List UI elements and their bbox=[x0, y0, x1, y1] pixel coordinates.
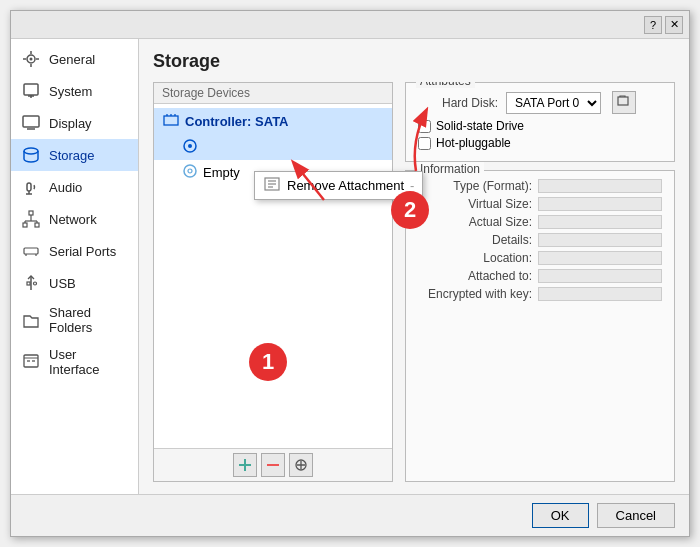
hard-disk-browse-button[interactable] bbox=[612, 91, 636, 114]
svg-point-30 bbox=[34, 282, 37, 285]
add-attachment-button[interactable] bbox=[289, 453, 313, 477]
remove-controller-button[interactable] bbox=[261, 453, 285, 477]
network-icon bbox=[21, 209, 41, 229]
svg-rect-6 bbox=[24, 84, 38, 95]
sidebar-item-audio-label: Audio bbox=[49, 180, 82, 195]
svg-rect-35 bbox=[164, 116, 178, 125]
sidebar-item-storage[interactable]: Storage bbox=[11, 139, 138, 171]
storage-dialog: ? ✕ General System Display bbox=[10, 10, 690, 537]
cancel-button[interactable]: Cancel bbox=[597, 503, 675, 528]
info-attached-label: Attached to: bbox=[418, 269, 538, 283]
information-group: Information Type (Format): Virtual Size:… bbox=[405, 170, 675, 482]
svg-rect-9 bbox=[23, 116, 39, 127]
svg-rect-16 bbox=[23, 223, 27, 227]
svg-point-11 bbox=[24, 148, 38, 154]
controller-label: Controller: SATA bbox=[185, 114, 289, 129]
context-menu-dash: - bbox=[410, 178, 414, 193]
hard-disk-select[interactable]: SATA Port 0 bbox=[506, 92, 601, 114]
storage-devices-panel: Storage Devices Controller: SATA bbox=[153, 82, 393, 482]
info-type-label: Type (Format): bbox=[418, 179, 538, 193]
svg-point-40 bbox=[188, 144, 192, 148]
svg-rect-29 bbox=[27, 282, 30, 285]
attributes-group: Attributes Hard Disk: SATA Port 0 bbox=[405, 82, 675, 162]
shared-folders-icon bbox=[21, 310, 41, 330]
sidebar-item-serial-ports-label: Serial Ports bbox=[49, 244, 116, 259]
info-details-label: Details: bbox=[418, 233, 538, 247]
empty-disk-icon bbox=[182, 163, 198, 182]
info-attached-value bbox=[538, 269, 662, 283]
display-icon bbox=[21, 113, 41, 133]
solid-state-row: Solid-state Drive bbox=[418, 119, 662, 133]
info-encrypted-value bbox=[538, 287, 662, 301]
info-attached-row: Attached to: bbox=[418, 269, 662, 283]
svg-rect-12 bbox=[27, 183, 31, 191]
sidebar-item-user-interface-label: User Interface bbox=[49, 347, 128, 377]
hot-plug-row: Hot-pluggable bbox=[418, 136, 662, 150]
info-details-value bbox=[538, 233, 662, 247]
disk-icon bbox=[182, 138, 198, 157]
disk-tree-item[interactable] bbox=[154, 135, 392, 160]
hard-disk-row: Hard Disk: SATA Port 0 bbox=[418, 91, 662, 114]
info-location-label: Location: bbox=[418, 251, 538, 265]
sidebar-item-usb[interactable]: USB bbox=[11, 267, 138, 299]
sidebar-item-general-label: General bbox=[49, 52, 95, 67]
svg-point-41 bbox=[184, 165, 196, 177]
controller-sata[interactable]: Controller: SATA bbox=[154, 108, 392, 135]
serial-ports-icon bbox=[21, 241, 41, 261]
page-title: Storage bbox=[153, 51, 675, 72]
sidebar-item-shared-folders[interactable]: Shared Folders bbox=[11, 299, 138, 341]
info-actual-size-row: Actual Size: bbox=[418, 215, 662, 229]
info-encrypted-label: Encrypted with key: bbox=[418, 287, 538, 301]
svg-point-1 bbox=[30, 58, 33, 61]
title-bar: ? ✕ bbox=[11, 11, 689, 39]
context-menu: Remove Attachment - bbox=[254, 171, 423, 200]
sidebar-item-system-label: System bbox=[49, 84, 92, 99]
general-icon bbox=[21, 49, 41, 69]
svg-rect-17 bbox=[35, 223, 39, 227]
ok-button[interactable]: OK bbox=[532, 503, 589, 528]
sidebar-item-network[interactable]: Network bbox=[11, 203, 138, 235]
hard-disk-label: Hard Disk: bbox=[418, 96, 498, 110]
sidebar-item-usb-label: USB bbox=[49, 276, 76, 291]
info-location-row: Location: bbox=[418, 251, 662, 265]
main-content: Storage Storage Devices Controller: SATA bbox=[139, 39, 689, 494]
svg-rect-15 bbox=[29, 211, 33, 215]
info-virtual-size-label: Virtual Size: bbox=[418, 197, 538, 211]
attributes-group-title: Attributes bbox=[416, 82, 475, 88]
sidebar-item-display[interactable]: Display bbox=[11, 107, 138, 139]
close-button[interactable]: ✕ bbox=[665, 16, 683, 34]
solid-state-label: Solid-state Drive bbox=[436, 119, 524, 133]
attributes-panel: Attributes Hard Disk: SATA Port 0 bbox=[405, 82, 675, 482]
information-group-title: Information bbox=[416, 162, 484, 176]
context-menu-icon bbox=[263, 175, 281, 196]
info-encrypted-row: Encrypted with key: bbox=[418, 287, 662, 301]
solid-state-checkbox[interactable] bbox=[418, 120, 431, 133]
info-actual-size-value bbox=[538, 215, 662, 229]
context-menu-label[interactable]: Remove Attachment bbox=[287, 178, 404, 193]
help-button[interactable]: ? bbox=[644, 16, 662, 34]
svg-rect-31 bbox=[24, 355, 38, 367]
sidebar-item-network-label: Network bbox=[49, 212, 97, 227]
sidebar-item-audio[interactable]: Audio bbox=[11, 171, 138, 203]
storage-toolbar bbox=[154, 448, 392, 481]
system-icon bbox=[21, 81, 41, 101]
info-virtual-size-value bbox=[538, 197, 662, 211]
sidebar-item-system[interactable]: System bbox=[11, 75, 138, 107]
storage-tree: Controller: SATA bbox=[154, 104, 392, 448]
hot-plug-label: Hot-pluggable bbox=[436, 136, 511, 150]
svg-rect-48 bbox=[618, 97, 628, 105]
controller-icon bbox=[162, 111, 180, 132]
sidebar-item-storage-label: Storage bbox=[49, 148, 95, 163]
sidebar-item-display-label: Display bbox=[49, 116, 92, 131]
info-type-row: Type (Format): bbox=[418, 179, 662, 193]
info-virtual-size-row: Virtual Size: bbox=[418, 197, 662, 211]
info-actual-size-label: Actual Size: bbox=[418, 215, 538, 229]
audio-icon bbox=[21, 177, 41, 197]
sidebar-item-serial-ports[interactable]: Serial Ports bbox=[11, 235, 138, 267]
sidebar-item-general[interactable]: General bbox=[11, 43, 138, 75]
info-location-value bbox=[538, 251, 662, 265]
user-interface-icon bbox=[21, 352, 41, 372]
hot-plug-checkbox[interactable] bbox=[418, 137, 431, 150]
add-controller-button[interactable] bbox=[233, 453, 257, 477]
sidebar-item-user-interface[interactable]: User Interface bbox=[11, 341, 138, 383]
